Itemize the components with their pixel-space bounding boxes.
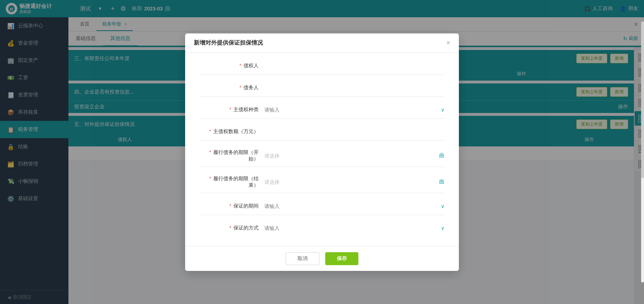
- form-row-debtor: * 债务人: [200, 83, 444, 97]
- period-end-calendar-icon[interactable]: 曲: [439, 178, 444, 185]
- debtor-label: * 债务人: [200, 85, 264, 91]
- add-guarantee-modal: 新增对外提供保证担保情况 × * 债权人 * 债务人: [185, 33, 459, 271]
- form-row-period-start: * 履行债务的期限（开始） 曲: [200, 149, 444, 167]
- form-row-guarantee-period: * 保证的期间 ∨: [200, 202, 444, 215]
- guarantee-period-wrapper: ∨: [264, 202, 444, 210]
- debt-amount-label: * 主债权数额（万元）: [200, 128, 264, 135]
- debt-type-chevron-icon[interactable]: ∨: [441, 107, 444, 113]
- debt-type-select-wrapper: ∨: [264, 105, 444, 114]
- cancel-button[interactable]: 取消: [286, 252, 319, 265]
- form-row-guarantee-method: * 保证的方式 ∨: [200, 224, 444, 237]
- save-button[interactable]: 保存: [325, 252, 358, 265]
- debt-type-label: * 主债权种类: [200, 106, 264, 113]
- modal-close-button[interactable]: ×: [446, 39, 450, 47]
- debt-amount-input[interactable]: [264, 127, 444, 136]
- period-start-label: * 履行债务的期限（开始）: [200, 149, 264, 162]
- period-end-input[interactable]: [264, 178, 439, 186]
- debt-type-input[interactable]: [264, 105, 441, 114]
- form-row-creditor: * 债权人: [200, 62, 444, 75]
- period-start-calendar-icon[interactable]: 曲: [439, 152, 444, 159]
- period-start-input[interactable]: [264, 151, 439, 160]
- creditor-input[interactable]: [264, 62, 444, 70]
- form-row-period-end: * 履行债务的期限（结束） 曲: [200, 176, 444, 193]
- form-row-debt-type: * 主债权种类 ∨: [200, 105, 444, 119]
- guarantee-period-input[interactable]: [264, 202, 441, 210]
- modal-overlay: 新增对外提供保证担保情况 × * 债权人 * 债务人: [0, 0, 644, 304]
- debtor-input[interactable]: [264, 83, 444, 92]
- guarantee-method-chevron-icon[interactable]: ∨: [441, 225, 444, 231]
- modal-header: 新增对外提供保证担保情况 ×: [185, 33, 459, 53]
- form-row-debt-amount: * 主债权数额（万元）: [200, 127, 444, 141]
- modal-footer: 取消 保存: [185, 246, 459, 271]
- guarantee-method-input[interactable]: [264, 224, 441, 232]
- modal-title: 新增对外提供保证担保情况: [194, 39, 263, 47]
- guarantee-method-wrapper: ∨: [264, 224, 444, 232]
- guarantee-period-label: * 保证的期间: [200, 203, 264, 209]
- guarantee-period-chevron-icon[interactable]: ∨: [441, 203, 444, 209]
- modal-body: * 债权人 * 债务人 * 主债权种类: [185, 53, 459, 246]
- period-end-wrapper: 曲: [264, 178, 444, 186]
- period-start-wrapper: 曲: [264, 151, 444, 160]
- guarantee-method-label: * 保证的方式: [200, 225, 264, 231]
- creditor-label: * 债权人: [200, 63, 264, 69]
- period-end-label: * 履行债务的期限（结束）: [200, 176, 264, 189]
